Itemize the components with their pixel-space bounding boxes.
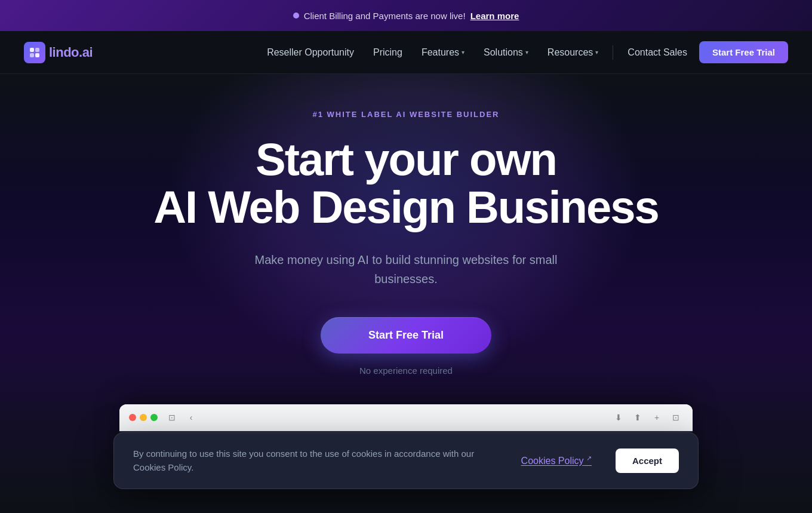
logo-wordmark: lindo.ai <box>49 45 93 60</box>
browser-dot-red <box>129 414 136 421</box>
solutions-chevron-icon: ▾ <box>525 49 528 56</box>
cookie-banner: By continuing to use this site you conse… <box>113 432 699 489</box>
hero-subtitle: Make money using AI to build stunning we… <box>239 250 573 288</box>
svg-rect-2 <box>30 53 34 57</box>
browser-share-icon[interactable]: ⬆ <box>630 410 645 425</box>
svg-rect-0 <box>30 48 34 52</box>
svg-rect-1 <box>35 48 39 52</box>
nav-resources[interactable]: Resources ▾ <box>548 47 598 58</box>
browser-dots <box>129 414 158 421</box>
announcement-text: Client Billing and Payments are now live… <box>304 11 466 21</box>
svg-rect-3 <box>35 53 39 57</box>
contact-sales-link[interactable]: Contact Sales <box>628 47 687 58</box>
resources-chevron-icon: ▾ <box>595 49 598 56</box>
announcement-bar: Client Billing and Payments are now live… <box>0 0 812 31</box>
nav-reseller[interactable]: Reseller Opportunity <box>267 47 354 58</box>
hero-note: No experience required <box>359 365 453 376</box>
nav-links: Reseller Opportunity Pricing Features ▾ … <box>267 47 598 58</box>
nav-features[interactable]: Features ▾ <box>422 47 465 58</box>
cookie-text: By continuing to use this site you conse… <box>133 447 497 474</box>
cookie-accept-button[interactable]: Accept <box>616 449 679 473</box>
navbar: lindo.ai Reseller Opportunity Pricing Fe… <box>0 31 812 74</box>
logo[interactable]: lindo.ai <box>24 42 93 63</box>
hero-start-trial-button[interactable]: Start Free Trial <box>321 317 491 354</box>
nav-divider <box>613 45 613 60</box>
nav-solutions[interactable]: Solutions ▾ <box>484 47 528 58</box>
browser-dot-yellow <box>140 414 147 421</box>
hero-title: Start your own AI Web Design Business <box>153 136 659 231</box>
browser-menu-icon[interactable]: ⊡ <box>669 410 683 425</box>
cookie-policy-link[interactable]: Cookies Policy ↗ <box>521 454 592 466</box>
features-chevron-icon: ▾ <box>462 49 465 56</box>
nav-start-trial-button[interactable]: Start Free Trial <box>699 41 788 63</box>
browser-download-icon[interactable]: ⬇ <box>611 410 626 425</box>
browser-sidebar-icon[interactable]: ⊡ <box>165 410 179 425</box>
browser-right-controls: ⬇ ⬆ + ⊡ <box>611 410 683 425</box>
announcement-dot <box>293 13 299 19</box>
browser-chrome: ⊡ ‹ ⬇ ⬆ + ⊡ <box>119 404 693 431</box>
hero-badge: #1 WHITE LABEL AI WEBSITE BUILDER <box>312 110 499 119</box>
external-link-icon: ↗ <box>586 454 592 462</box>
browser-controls: ⊡ ‹ <box>165 410 198 425</box>
browser-zoom-icon[interactable]: + <box>650 410 664 425</box>
browser-back-icon[interactable]: ‹ <box>184 410 198 425</box>
learn-more-link[interactable]: Learn more <box>470 11 519 21</box>
logo-icon <box>24 42 45 63</box>
browser-dot-green <box>150 414 158 421</box>
nav-pricing[interactable]: Pricing <box>373 47 402 58</box>
